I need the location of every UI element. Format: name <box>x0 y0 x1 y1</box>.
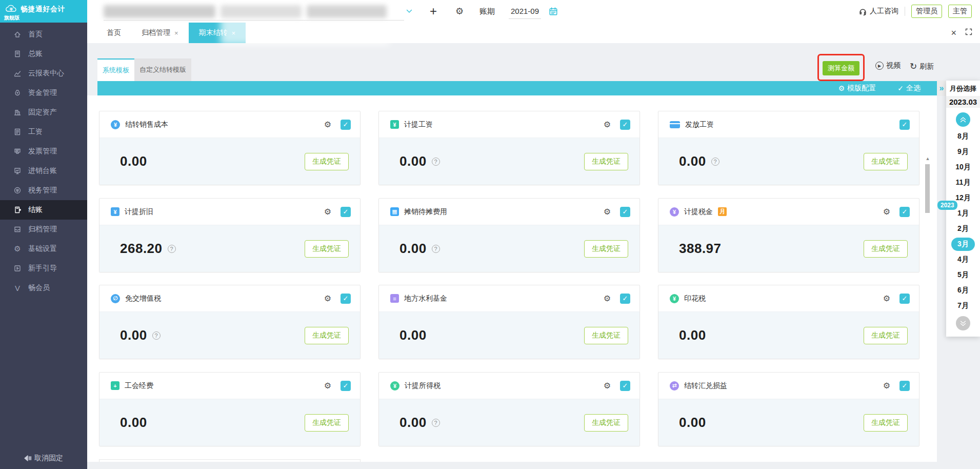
scrollbar-thumb[interactable] <box>925 164 930 213</box>
sidebar-item-6[interactable]: 工资 <box>0 122 87 142</box>
month-item-7月[interactable]: 7月 <box>946 298 980 314</box>
role-badge-supervisor[interactable]: 主管 <box>948 5 972 18</box>
add-account-button[interactable]: + <box>430 0 437 23</box>
measure-amount-button[interactable]: 测算金额 <box>823 61 859 75</box>
unpin-sidebar-button[interactable]: 取消固定 <box>0 454 87 463</box>
collapse-month-panel-icon[interactable]: » <box>937 81 946 96</box>
fullscreen-icon[interactable] <box>965 28 973 38</box>
card-gear-icon[interactable]: ⚙ <box>604 207 611 217</box>
card-checkbox-checked[interactable]: ✓ <box>899 294 910 304</box>
card-gear-icon[interactable]: ⚙ <box>604 294 611 303</box>
select-all-button[interactable]: ✓全选 <box>897 84 921 93</box>
card-gear-icon[interactable]: ⚙ <box>604 120 611 129</box>
generate-voucher-button[interactable]: 生成凭证 <box>305 240 349 258</box>
help-icon[interactable]: ? <box>432 245 440 253</box>
generate-voucher-button[interactable]: 生成凭证 <box>584 327 628 344</box>
closing-card: ¥结转销售成本⚙✓0.00生成凭证 <box>99 111 361 185</box>
generate-voucher-button[interactable]: 生成凭证 <box>305 153 349 170</box>
close-tabs-icon[interactable]: × <box>951 28 956 38</box>
card-title: 计提税金 <box>684 207 713 217</box>
sidebar-item-3[interactable]: 云报表中心 <box>0 64 87 83</box>
card-gear-icon[interactable]: ⚙ <box>604 381 611 390</box>
card-checkbox-checked[interactable]: ✓ <box>341 381 351 391</box>
generate-voucher-button[interactable]: 生成凭证 <box>584 414 628 432</box>
month-item-11月[interactable]: 11月 <box>946 175 980 190</box>
card-checkbox-checked[interactable]: ✓ <box>620 381 630 391</box>
card-gear-icon[interactable]: ⚙ <box>324 207 331 217</box>
tab-3[interactable]: 期末结转× <box>189 23 246 43</box>
close-tab-icon[interactable]: × <box>232 29 236 37</box>
card-gear-icon[interactable]: ⚙ <box>883 207 890 217</box>
template-config-button[interactable]: ⚙模版配置 <box>838 84 876 93</box>
depreciation-icon: ¥ <box>111 207 119 216</box>
card-checkbox-checked[interactable]: ✓ <box>899 120 910 130</box>
subtab-1[interactable]: 系统模板 <box>97 58 134 81</box>
card-checkbox-checked[interactable]: ✓ <box>899 381 910 391</box>
settings-gear-icon[interactable]: ⚙ <box>455 0 464 23</box>
card-checkbox-checked[interactable]: ✓ <box>341 120 351 130</box>
tab-2[interactable]: 归档管理× <box>131 23 189 43</box>
generate-voucher-button[interactable]: 生成凭证 <box>584 240 628 258</box>
sidebar-item-2[interactable]: 总账 <box>0 44 87 64</box>
help-icon[interactable]: ? <box>711 158 719 166</box>
subtab-2[interactable]: 自定义结转模版 <box>134 58 191 81</box>
sidebar-item-5[interactable]: 固定资产 <box>0 103 87 122</box>
month-item-6月[interactable]: 6月 <box>946 283 980 298</box>
vertical-scrollbar[interactable]: ▲ ▼ <box>924 150 931 469</box>
month-item-9月[interactable]: 9月 <box>946 144 980 160</box>
card-gear-icon[interactable]: ⚙ <box>324 381 331 390</box>
sidebar-item-13[interactable]: 新手引导 <box>0 259 87 278</box>
human-consult-link[interactable]: 人工咨询 <box>858 7 898 16</box>
sidebar-item-4[interactable]: 资金管理 <box>0 83 87 103</box>
card-checkbox-checked[interactable]: ✓ <box>620 207 630 217</box>
sidebar-item-11[interactable]: 归档管理 <box>0 220 87 239</box>
sidebar-item-1[interactable]: 首页 <box>0 25 87 44</box>
calendar-icon[interactable] <box>549 0 558 23</box>
sidebar-item-14[interactable]: V畅会员 <box>0 278 87 298</box>
scroll-up-arrow[interactable]: ▲ <box>924 156 931 161</box>
generate-voucher-button[interactable]: 生成凭证 <box>584 153 628 170</box>
month-item-3月[interactable]: 3月 <box>946 237 980 252</box>
help-icon[interactable]: ? <box>152 331 161 340</box>
member-icon: V <box>13 284 22 292</box>
month-item-2月[interactable]: 2月 <box>946 221 980 237</box>
card-checkbox-checked[interactable]: ✓ <box>899 207 910 217</box>
help-icon[interactable]: ? <box>168 245 176 253</box>
company-dropdown-chevron-icon[interactable] <box>405 0 413 23</box>
card-checkbox-checked[interactable]: ✓ <box>341 294 351 304</box>
sidebar-item-7[interactable]: 发票管理 <box>0 142 87 161</box>
generate-voucher-button[interactable]: 生成凭证 <box>864 327 908 344</box>
generate-voucher-button[interactable]: 生成凭证 <box>305 414 349 432</box>
period-value[interactable]: 2021-09 <box>509 4 541 19</box>
tab-1[interactable]: 首页 <box>96 23 131 43</box>
month-item-5月[interactable]: 5月 <box>946 267 980 283</box>
card-gear-icon[interactable]: ⚙ <box>883 294 890 303</box>
sidebar-item-9[interactable]: 税务管理 <box>0 181 87 200</box>
month-item-4月[interactable]: 4月 <box>946 252 980 267</box>
card-gear-icon[interactable]: ⚙ <box>324 120 331 129</box>
card-gear-icon[interactable]: ⚙ <box>324 294 331 303</box>
generate-voucher-button[interactable]: 生成凭证 <box>864 414 908 432</box>
card-checkbox-checked[interactable]: ✓ <box>341 207 351 217</box>
sidebar-item-8[interactable]: 进销台账 <box>0 161 87 181</box>
month-item-8月[interactable]: 8月 <box>946 129 980 144</box>
video-button[interactable]: ▶ 视频 <box>875 61 901 70</box>
card-checkbox-checked[interactable]: ✓ <box>620 294 630 304</box>
refresh-button[interactable]: ↻ 刷新 <box>910 61 934 72</box>
card-title: 免交增值税 <box>125 294 161 303</box>
role-badge-admin[interactable]: 管理员 <box>911 5 942 18</box>
sidebar-item-12[interactable]: ⚙基础设置 <box>0 239 87 259</box>
help-icon[interactable]: ? <box>432 419 440 427</box>
generate-voucher-button[interactable]: 生成凭证 <box>305 327 349 344</box>
close-tab-icon[interactable]: × <box>174 29 178 37</box>
months-up-button[interactable] <box>956 112 970 127</box>
month-item-10月[interactable]: 10月 <box>946 160 980 175</box>
help-icon[interactable]: ? <box>432 158 440 166</box>
generate-voucher-button[interactable]: 生成凭证 <box>864 240 908 258</box>
generate-voucher-button[interactable]: 生成凭证 <box>864 153 908 170</box>
months-down-button[interactable] <box>956 316 970 330</box>
sidebar: 畅捷通好会计 旗舰版 首页总账云报表中心资金管理固定资产工资发票管理进销台账税务… <box>0 0 87 469</box>
sidebar-item-10[interactable]: 结账 <box>0 200 87 220</box>
card-checkbox-checked[interactable]: ✓ <box>620 120 630 130</box>
card-gear-icon[interactable]: ⚙ <box>883 381 890 390</box>
